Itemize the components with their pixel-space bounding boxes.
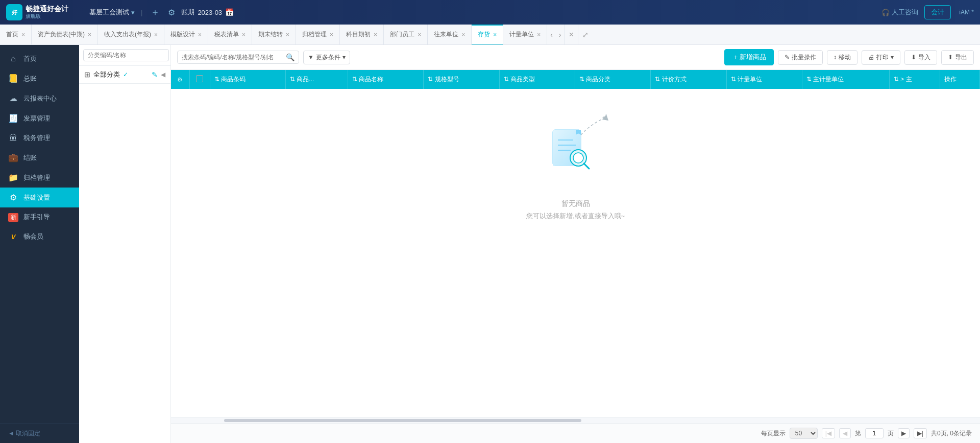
empty-document-icon bbox=[545, 125, 596, 176]
tab-counterpart[interactable]: 往来单位 × bbox=[428, 25, 472, 45]
period-value: 2023-03 bbox=[198, 9, 222, 16]
settings-gear-icon[interactable]: ⚙ bbox=[166, 8, 177, 17]
tab-archive[interactable]: 归档管理 × bbox=[296, 25, 340, 45]
tab-income[interactable]: 收入支出表(年报) × bbox=[98, 25, 164, 45]
tab-subject[interactable]: 科目期初 × bbox=[340, 25, 384, 45]
sidebar-item-home[interactable]: ⌂ 首页 bbox=[0, 49, 79, 68]
tab-inventory-close[interactable]: × bbox=[493, 31, 497, 38]
sidebar-item-invoice[interactable]: 🧾 发票管理 bbox=[0, 108, 79, 128]
nav-tax-label: 税务管理 bbox=[23, 133, 50, 143]
account-button[interactable]: 会计 bbox=[924, 5, 951, 19]
tab-archive-close[interactable]: × bbox=[330, 31, 333, 38]
help-label: 人工咨询 bbox=[892, 8, 918, 17]
svg-line-8 bbox=[584, 164, 589, 169]
member-icon: V bbox=[8, 233, 18, 241]
product-search-input[interactable] bbox=[182, 54, 284, 61]
tab-balance-close[interactable]: × bbox=[88, 31, 91, 38]
tab-income-close[interactable]: × bbox=[154, 31, 158, 38]
page-first-button[interactable]: |◀ bbox=[822, 428, 835, 438]
page-last-button[interactable]: ▶| bbox=[914, 428, 927, 438]
tab-counterpart-close[interactable]: × bbox=[461, 31, 465, 38]
category-label: 全部分类 bbox=[93, 70, 120, 79]
batch-label: 批量操作 bbox=[792, 53, 816, 62]
invoice-icon: 🧾 bbox=[8, 113, 18, 123]
batch-ops-button[interactable]: ✎ 批量操作 bbox=[778, 50, 823, 65]
empty-state: 暂无商品 您可以选择新增,或者直接导入哦~ bbox=[171, 89, 980, 251]
tab-home-close[interactable]: × bbox=[21, 31, 25, 38]
page-label-end: 页 bbox=[888, 429, 894, 438]
tab-scroll-right[interactable]: › bbox=[556, 25, 565, 45]
export-icon: ⬆ bbox=[948, 54, 953, 61]
tab-dept[interactable]: 部门员工 × bbox=[384, 25, 428, 45]
add-product-label: + 新增商品 bbox=[734, 53, 766, 62]
page-input[interactable] bbox=[865, 428, 884, 438]
settlement-icon: 💼 bbox=[8, 153, 18, 162]
tab-period-close-btn[interactable]: × bbox=[286, 31, 289, 38]
nav-ledger-label: 总账 bbox=[23, 74, 37, 83]
tab-tax-label: 税表清单 bbox=[214, 30, 239, 39]
product-search-box: 🔍 bbox=[177, 51, 299, 64]
sidebar-item-ledger[interactable]: 📒 总账 bbox=[0, 68, 79, 88]
help-button[interactable]: 🎧 人工咨询 bbox=[881, 8, 918, 17]
page-size-select[interactable]: 50 20 100 200 bbox=[790, 428, 818, 439]
col-barcode: ⇅ 商品条码 bbox=[210, 70, 285, 89]
sidebar: ⌂ 首页 📒 总账 ☁ 云报表中心 🧾 发票管理 🏛 税务管理 💼 结账 bbox=[0, 45, 79, 443]
tab-template-close[interactable]: × bbox=[198, 31, 202, 38]
product-search-icon[interactable]: 🔍 bbox=[286, 53, 295, 61]
tab-tax-list[interactable]: 税表清单 × bbox=[208, 25, 252, 45]
page-prev-button[interactable]: ◀ bbox=[839, 428, 851, 438]
tab-archive-label: 归档管理 bbox=[302, 30, 327, 39]
tab-expand[interactable]: ⤢ bbox=[578, 25, 593, 45]
add-product-button[interactable]: + 新增商品 bbox=[724, 49, 774, 65]
sidebar-item-guide[interactable]: 新 新手引导 bbox=[0, 207, 79, 227]
print-button[interactable]: 🖨 打印 ▾ bbox=[862, 50, 900, 65]
calendar-icon[interactable]: 📅 bbox=[225, 8, 234, 16]
category-search-input[interactable] bbox=[83, 49, 169, 61]
tab-inventory[interactable]: 存货 × bbox=[472, 25, 503, 45]
col-category: ⇅ 商品分类 bbox=[575, 70, 650, 89]
empty-subtitle: 您可以选择新增,或者直接导入哦~ bbox=[526, 212, 625, 221]
tab-units-label: 计量单位 bbox=[509, 30, 534, 39]
nav-invoice-label: 发票管理 bbox=[23, 114, 50, 123]
sidebar-item-tax[interactable]: 🏛 税务管理 bbox=[0, 128, 79, 148]
tab-units[interactable]: 计量单位 × bbox=[503, 25, 547, 45]
tab-inventory-label: 存货 bbox=[478, 30, 490, 39]
col-settings[interactable]: ⚙ bbox=[171, 70, 189, 89]
tab-units-close[interactable]: × bbox=[537, 31, 541, 38]
svg-point-7 bbox=[573, 153, 583, 163]
category-collapse-icon[interactable]: ◀ bbox=[161, 71, 165, 78]
tab-scroll-left[interactable]: ‹ bbox=[547, 25, 556, 45]
move-button[interactable]: ↕ 移动 bbox=[827, 50, 857, 65]
scroll-thumb[interactable] bbox=[224, 419, 581, 422]
category-search-box: 🔍 bbox=[79, 45, 170, 66]
sidebar-item-reports[interactable]: ☁ 云报表中心 bbox=[0, 88, 79, 108]
sidebar-unpin[interactable]: ◄ 取消固定 bbox=[0, 424, 79, 443]
add-tab-button[interactable]: ＋ bbox=[149, 6, 162, 18]
home-icon: ⌂ bbox=[8, 54, 18, 63]
sidebar-item-settings[interactable]: ⚙ 基础设置 bbox=[0, 188, 79, 207]
more-filters-button[interactable]: ▼ 更多条件 ▾ bbox=[303, 51, 350, 64]
tab-balance-sheet[interactable]: 资产负债表(中期) × bbox=[32, 25, 98, 45]
tab-subject-close[interactable]: × bbox=[374, 31, 377, 38]
tab-dept-close[interactable]: × bbox=[418, 31, 421, 38]
col-checkbox[interactable] bbox=[189, 70, 210, 89]
horizontal-scrollbar[interactable] bbox=[171, 417, 980, 423]
tab-tax-close[interactable]: × bbox=[242, 31, 246, 38]
sidebar-item-settlement[interactable]: 💼 结账 bbox=[0, 148, 79, 168]
empty-title: 暂无商品 bbox=[561, 199, 590, 208]
sidebar-item-member[interactable]: V 畅会员 bbox=[0, 227, 79, 246]
tab-home[interactable]: 首页 × bbox=[0, 25, 32, 45]
tab-close-all[interactable]: × bbox=[565, 25, 578, 45]
tab-period-close[interactable]: 期末结转 × bbox=[252, 25, 296, 45]
print-arrow: ▾ bbox=[891, 54, 894, 61]
tab-template[interactable]: 模版设计 × bbox=[164, 25, 208, 45]
export-button[interactable]: ⬆ 导出 bbox=[941, 50, 974, 65]
tab-balance-label: 资产负债表(中期) bbox=[38, 30, 85, 39]
import-button[interactable]: ⬇ 导入 bbox=[904, 50, 937, 65]
category-edit-icon[interactable]: ✎ bbox=[152, 71, 158, 79]
sidebar-item-archive[interactable]: 📁 归档管理 bbox=[0, 168, 79, 188]
more-filters-label: 更多条件 bbox=[316, 53, 340, 62]
page-next-button[interactable]: ▶ bbox=[898, 428, 910, 438]
company-selector[interactable]: 基层工会测试 ▾ bbox=[89, 8, 135, 17]
col-type: ⇅ 商品类型 bbox=[499, 70, 575, 89]
